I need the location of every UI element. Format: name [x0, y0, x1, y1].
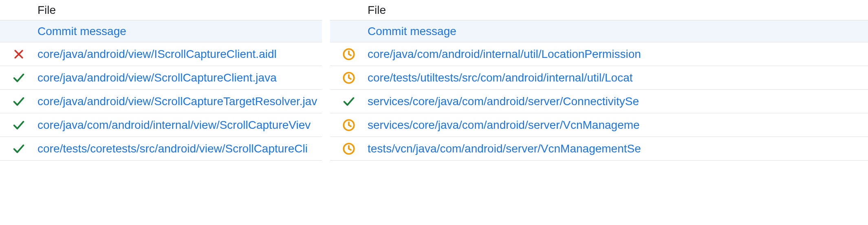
file-row[interactable]: services/core/java/com/android/server/Co… — [330, 90, 868, 113]
commit-message-row[interactable]: Commit message — [0, 20, 322, 42]
check-icon — [12, 71, 26, 85]
file-path-link[interactable]: core/tests/utiltests/src/com/android/int… — [368, 71, 868, 84]
status-icon-cell — [330, 47, 368, 61]
column-header-row: File — [0, 0, 322, 20]
file-path-link[interactable]: core/java/android/view/ScrollCaptureTarg… — [37, 95, 322, 108]
clock-icon — [342, 118, 356, 132]
commit-message-row[interactable]: Commit message — [330, 20, 868, 42]
file-panel-left: File Commit message core/java/android/vi… — [0, 0, 322, 225]
status-icon-cell — [330, 118, 368, 132]
clock-icon — [342, 142, 356, 156]
x-icon — [13, 48, 25, 60]
status-icon-cell — [0, 71, 37, 85]
status-icon-cell — [330, 71, 368, 85]
clock-icon — [342, 47, 356, 61]
panel-gap — [322, 0, 330, 225]
check-icon — [12, 118, 26, 132]
file-row[interactable]: services/core/java/com/android/server/Vc… — [330, 113, 868, 137]
file-row[interactable]: tests/vcn/java/com/android/server/VcnMan… — [330, 137, 868, 161]
commit-message-link[interactable]: Commit message — [368, 25, 868, 38]
status-icon-cell — [0, 118, 37, 132]
status-icon-cell — [0, 142, 37, 156]
file-row[interactable]: core/java/com/android/internal/view/Scro… — [0, 113, 322, 137]
file-path-link[interactable]: tests/vcn/java/com/android/server/VcnMan… — [368, 142, 868, 155]
file-path-link[interactable]: core/java/com/android/internal/view/Scro… — [37, 119, 322, 132]
status-icon-cell — [330, 95, 368, 108]
file-row[interactable]: core/java/android/view/IScrollCaptureCli… — [0, 42, 322, 66]
check-icon — [12, 142, 26, 156]
file-path-link[interactable]: core/java/android/view/ScrollCaptureClie… — [37, 71, 322, 84]
commit-message-link[interactable]: Commit message — [37, 25, 322, 38]
file-path-link[interactable]: core/tests/coretests/src/android/view/Sc… — [37, 142, 322, 155]
file-column-header: File — [368, 4, 868, 17]
clock-icon — [342, 71, 356, 85]
check-icon — [12, 95, 26, 108]
file-row[interactable]: core/tests/utiltests/src/com/android/int… — [330, 66, 868, 90]
file-row[interactable]: core/java/com/android/internal/util/Loca… — [330, 42, 868, 66]
file-path-link[interactable]: services/core/java/com/android/server/Co… — [368, 95, 868, 108]
column-header-row: File — [330, 0, 868, 20]
status-icon-cell — [0, 95, 37, 108]
file-row[interactable]: core/tests/coretests/src/android/view/Sc… — [0, 137, 322, 161]
file-path-link[interactable]: core/java/android/view/IScrollCaptureCli… — [37, 48, 322, 61]
status-icon-cell — [0, 48, 37, 60]
file-panel-right: File Commit message core/java/com/androi… — [330, 0, 868, 225]
file-row[interactable]: core/java/android/view/ScrollCaptureTarg… — [0, 90, 322, 113]
file-path-link[interactable]: core/java/com/android/internal/util/Loca… — [368, 48, 868, 61]
status-icon-cell — [330, 142, 368, 156]
check-icon — [342, 95, 356, 108]
file-row[interactable]: core/java/android/view/ScrollCaptureClie… — [0, 66, 322, 90]
file-path-link[interactable]: services/core/java/com/android/server/Vc… — [368, 119, 868, 132]
file-column-header: File — [37, 4, 322, 17]
